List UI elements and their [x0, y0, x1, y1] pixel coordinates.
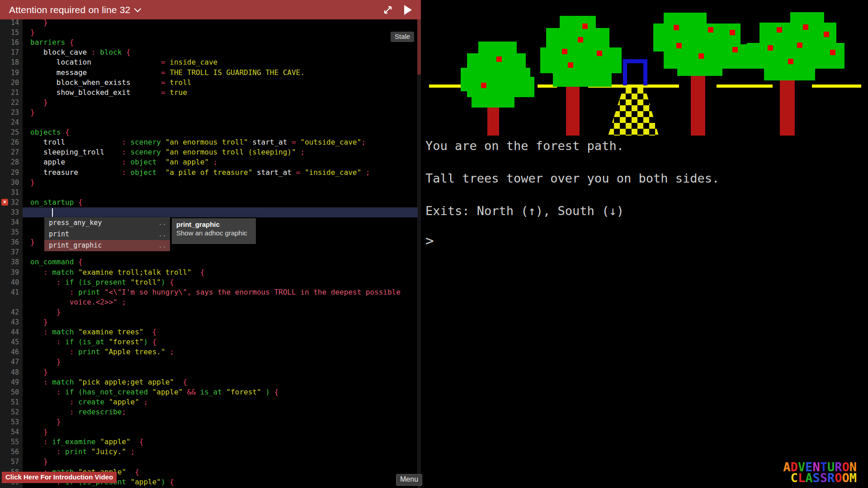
code-line[interactable]: 44 : match "examine trees" {: [0, 327, 418, 337]
game-command-prompt[interactable]: >: [425, 232, 434, 249]
code-line[interactable]: 38on_command {: [0, 257, 418, 267]
code-line-text: }: [30, 317, 48, 327]
run-button[interactable]: [401, 3, 415, 17]
code-line[interactable]: 49 : match "pick apple;get apple" {: [0, 377, 418, 387]
code-line[interactable]: 39 : match "examine troll;talk troll" {: [0, 267, 418, 277]
code-line[interactable]: 47 }: [0, 357, 418, 367]
text-cursor: [52, 208, 53, 217]
code-line[interactable]: 17 block_cave : block {: [0, 47, 418, 57]
code-editor-panel[interactable]: Attention required on line 32 14 }15}16b…: [0, 0, 424, 488]
code-line[interactable]: 18 location = inside_cave: [0, 57, 418, 67]
code-line[interactable]: 56 : print "Juicy." ;: [0, 447, 418, 457]
line-number: 48: [0, 367, 19, 377]
code-line[interactable]: 29 treasure : object "a pile of treasure…: [0, 168, 418, 178]
code-line[interactable]: 15}: [0, 28, 418, 38]
chevron-down-icon[interactable]: [134, 5, 141, 13]
autocomplete-doc-description: Show an adhoc graphic: [176, 229, 251, 237]
path-dash: [812, 84, 861, 88]
autocomplete-item-print[interactable]: print..: [44, 229, 170, 240]
code-line[interactable]: 53 }: [0, 417, 418, 427]
line-number: 21: [0, 88, 19, 98]
tree-canopy: [472, 93, 514, 108]
code-line-text: }: [30, 237, 35, 247]
code-line[interactable]: 57 }: [0, 457, 418, 467]
code-line-text: : redescribe;: [30, 407, 126, 417]
code-line[interactable]: 16barriers {: [0, 38, 418, 47]
game-preview-panel[interactable]: You are on the forest path.Tall trees to…: [421, 0, 868, 488]
code-line[interactable]: voice.<2>>" ;: [0, 297, 418, 307]
code-line-text: message = THE TROLL IS GUARDING THE CAVE…: [30, 68, 305, 78]
code-line-text: : create "apple" ;: [30, 397, 148, 407]
apple: [797, 42, 802, 48]
blue-arch: [623, 59, 647, 85]
error-icon: ×: [1, 199, 8, 206]
apple: [788, 59, 793, 64]
line-number: 18: [0, 57, 19, 67]
code-line[interactable]: 40 : if (is_present "troll") {: [0, 277, 418, 287]
code-line[interactable]: 27 sleeping_troll : scenery "an enormous…: [0, 147, 418, 157]
code-line[interactable]: 19 message = THE TROLL IS GUARDING THE C…: [0, 68, 418, 78]
line-number: 26: [0, 137, 19, 147]
code-line-text: : if (has_not_created "apple" && is_at "…: [30, 387, 278, 397]
tree-trunk: [566, 79, 580, 136]
code-line[interactable]: 52 : redescribe;: [0, 407, 418, 417]
code-line[interactable]: 50 : if (has_not_created "apple" && is_a…: [0, 387, 418, 397]
code-line[interactable]: 42 }: [0, 307, 418, 317]
code-line[interactable]: 26 troll : scenery "an enormous troll" s…: [0, 137, 418, 147]
line-number: 41: [0, 287, 19, 297]
code-line[interactable]: 30}: [0, 178, 418, 188]
code-line[interactable]: 46 : print "Apple trees." ;: [0, 347, 418, 357]
line-number: 40: [0, 277, 19, 287]
line-number: 38: [0, 257, 19, 267]
line-number: 45: [0, 337, 19, 347]
code-line[interactable]: 32on_startup {: [0, 197, 418, 207]
line-number: 28: [0, 157, 19, 167]
code-line[interactable]: 43 }: [0, 317, 418, 327]
code-line[interactable]: 21 show_blocked_exit = true: [0, 88, 418, 98]
code-line-text: : match "examine troll;talk troll" {: [30, 267, 204, 277]
code-line[interactable]: 25objects {: [0, 127, 418, 137]
code-line-text: : print "Juicy." ;: [30, 447, 135, 457]
code-line-text: : if (is_present "troll") {: [30, 277, 174, 287]
more-dots: ..: [158, 240, 166, 251]
game-text-line: You are on the forest path.: [425, 139, 624, 153]
line-number: 47: [0, 357, 19, 367]
code-line[interactable]: 54 }: [0, 427, 418, 437]
code-line-text: : print "Apple trees." ;: [30, 347, 174, 357]
intro-video-button[interactable]: Click Here For Introduction Video: [2, 472, 117, 483]
line-number: 56: [0, 447, 19, 457]
attention-message: Attention required on line 32: [9, 5, 131, 15]
code-line[interactable]: 55 : if_examine "apple" {: [0, 437, 418, 447]
expand-icon[interactable]: [381, 3, 395, 17]
code-line-text: : print "<\"I'm so hungry\", says the en…: [30, 287, 401, 297]
line-number: 39: [0, 267, 19, 277]
code-line[interactable]: 22 }: [0, 98, 418, 108]
line-number: 24: [0, 117, 19, 127]
code-line-text: barriers {: [30, 38, 74, 47]
autocomplete-item-print_graphic[interactable]: print_graphic..: [44, 240, 170, 251]
code-line-text: show_blocked_exit = true: [30, 88, 187, 98]
code-line[interactable]: 23}: [0, 108, 418, 117]
autocomplete-item-press_any_key[interactable]: press_any_key..: [44, 217, 170, 229]
code-line[interactable]: 24: [0, 117, 418, 127]
apple: [568, 62, 573, 68]
code-line[interactable]: 51 : create "apple" ;: [0, 397, 418, 407]
code-line[interactable]: 20 block_when_exists = troll: [0, 78, 418, 88]
apple: [732, 47, 738, 52]
line-number: 43: [0, 317, 19, 327]
line-number: 44: [0, 327, 19, 337]
tree-canopy: [677, 64, 722, 76]
code-line[interactable]: 45 : if (is_at "forest") {: [0, 337, 418, 347]
code-line[interactable]: 41 : print "<\"I'm so hungry\", says the…: [0, 287, 418, 297]
code-line[interactable]: 48 }: [0, 367, 418, 377]
code-line-text: voice.<2>>" ;: [30, 297, 126, 307]
play-icon: [404, 5, 412, 15]
tree-canopy: [747, 43, 844, 69]
tree-canopy: [553, 68, 612, 87]
line-number: 42: [0, 307, 19, 317]
code-line[interactable]: 31: [0, 188, 418, 197]
autocomplete-popup[interactable]: press_any_key..print..print_graphic..: [44, 217, 170, 251]
menu-button[interactable]: Menu: [396, 474, 422, 486]
code-line[interactable]: 28 apple : object "an apple" ;: [0, 157, 418, 167]
editor-status-header[interactable]: Attention required on line 32: [0, 0, 421, 19]
